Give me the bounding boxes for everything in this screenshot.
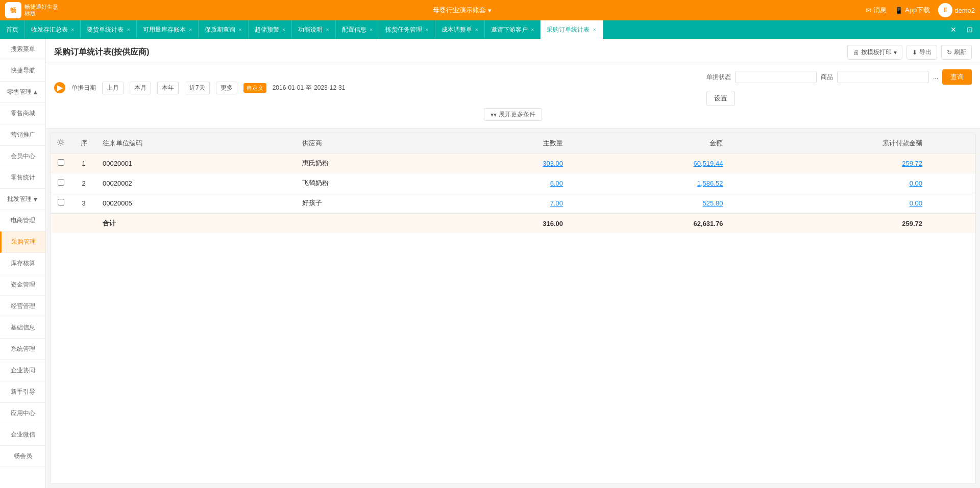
content-area: 采购订单统计表(按供应商) 🖨 按模板打印 ▾ ⬇ 导出 ↻ 刷新	[46, 39, 980, 488]
workspace-selector[interactable]: 母婴行业演示账套 ▾	[58, 6, 866, 15]
expand-row: ▾▾ 展开更多条件	[54, 106, 972, 123]
sidebar-item-vip[interactable]: 畅会员	[0, 446, 45, 467]
close-tab-yaoqing[interactable]: ×	[531, 27, 534, 33]
table-footer-row: 合计 316.00 62,631.76 259.72	[51, 213, 975, 233]
date-shortcut-more[interactable]: 更多	[216, 82, 237, 94]
date-shortcut-thismonth[interactable]: 本月	[130, 82, 151, 94]
page-header-actions: 🖨 按模板打印 ▾ ⬇ 导出 ↻ 刷新	[847, 45, 972, 60]
footer-extra	[928, 213, 975, 233]
sidebar-item-quicknav[interactable]: 快捷导航	[0, 60, 45, 82]
status-select[interactable]	[735, 71, 817, 83]
row3-qty[interactable]: 7.00	[445, 193, 569, 214]
date-label: 单据日期	[71, 84, 96, 92]
table-row: 3 00020005 好孩子 7.00 525.80 0.00	[51, 193, 975, 214]
app-download-btn[interactable]: 📱 App下载	[895, 6, 930, 15]
expand-conditions-btn[interactable]: ▾▾ 展开更多条件	[484, 108, 542, 121]
row1-supplier-code: 00020001	[96, 153, 296, 173]
logo-area: 畅 畅捷通好生意 标版	[5, 2, 58, 18]
tab-yaohuodangtj[interactable]: 要货单统计表 ×	[81, 20, 136, 39]
query-button[interactable]: 查询	[942, 69, 972, 85]
more-filter-btn[interactable]: ...	[933, 73, 938, 81]
close-tab-tuo[interactable]: ×	[425, 27, 428, 33]
page-header: 采购订单统计表(按供应商) 🖨 按模板打印 ▾ ⬇ 导出 ↻ 刷新	[46, 39, 980, 64]
sidebar-item-search[interactable]: 搜索菜单	[0, 39, 45, 60]
sidebar-item-wholesale[interactable]: 批发管理 ▼	[0, 189, 45, 210]
row1-checkbox[interactable]	[51, 153, 71, 173]
data-table: 序 往来单位编码 供应商 主数量 金额 累计付款金额 1	[51, 133, 975, 233]
tab-baojianqi[interactable]: 保质期查询 ×	[199, 20, 248, 39]
sidebar-item-newguide[interactable]: 新手引导	[0, 381, 45, 403]
user-menu[interactable]: E demo2	[938, 3, 975, 17]
footer-paid: 259.72	[729, 213, 928, 233]
sidebar-item-member[interactable]: 会员中心	[0, 146, 45, 167]
row2-paid[interactable]: 0.00	[729, 173, 928, 193]
user-avatar: E	[938, 3, 952, 17]
refresh-button[interactable]: ↻ 刷新	[941, 45, 972, 60]
tab-gongneng[interactable]: 功能说明 ×	[292, 20, 335, 39]
logo-text: 畅捷通好生意 标版	[24, 4, 58, 17]
row1-qty[interactable]: 303.00	[445, 153, 569, 173]
close-tab-gongneng[interactable]: ×	[326, 27, 329, 33]
tab-tuo[interactable]: 拣货任务管理 ×	[379, 20, 435, 39]
close-tab-baojianqi[interactable]: ×	[238, 27, 241, 33]
date-shortcut-7days[interactable]: 近7天	[185, 82, 210, 94]
filter-bar: ▶ 单据日期 上月 本月 本年 近7天 更多 自定义 2016-01-01 至 …	[46, 64, 980, 129]
export-button[interactable]: ⬇ 导出	[906, 45, 937, 60]
tab-caigou[interactable]: 采购订单统计表 ×	[541, 20, 602, 39]
row3-paid[interactable]: 0.00	[729, 193, 928, 214]
filter-toggle-btn[interactable]: ▶	[54, 82, 65, 93]
tab-keyongliang[interactable]: 可用量库存账本 ×	[137, 20, 199, 39]
row1-amount[interactable]: 60,519.44	[569, 153, 729, 173]
row2-amount[interactable]: 1,586.52	[569, 173, 729, 193]
filter-row-1: ▶ 单据日期 上月 本月 本年 近7天 更多 自定义 2016-01-01 至 …	[54, 69, 972, 106]
close-tab-caigou[interactable]: ×	[593, 27, 596, 33]
sidebar-item-finance[interactable]: 资金管理	[0, 274, 45, 296]
sidebar-item-basic[interactable]: 基础信息	[0, 317, 45, 339]
tab-shoufazh[interactable]: 收发存汇总表 ×	[25, 20, 81, 39]
nav-maximize-btn[interactable]: ⊡	[964, 24, 976, 35]
th-settings[interactable]	[51, 133, 71, 153]
date-shortcut-lastmonth[interactable]: 上月	[102, 82, 124, 94]
row3-checkbox[interactable]	[51, 193, 71, 214]
settings-button[interactable]: 设置	[706, 91, 735, 106]
th-supplier-code: 往来单位编码	[96, 133, 296, 153]
close-tab-chaochuyuj[interactable]: ×	[282, 27, 285, 33]
column-settings-icon[interactable]	[57, 138, 65, 146]
sidebar-item-retailstat[interactable]: 零售统计	[0, 167, 45, 189]
close-tab-shoufazh[interactable]: ×	[71, 27, 74, 33]
tab-home[interactable]: 首页	[0, 20, 25, 39]
goods-input[interactable]	[837, 71, 929, 83]
th-supplier-name: 供应商	[296, 133, 445, 153]
sidebar-item-ecommerce[interactable]: 电商管理	[0, 210, 45, 232]
close-tab-peizhi[interactable]: ×	[370, 27, 373, 33]
message-btn[interactable]: ✉ 消息	[866, 6, 887, 15]
row2-qty[interactable]: 6.00	[445, 173, 569, 193]
row3-supplier-code: 00020005	[96, 193, 296, 214]
close-tab-yaohuodangtj[interactable]: ×	[127, 27, 130, 33]
sidebar-item-retailshop[interactable]: 零售商城	[0, 103, 45, 124]
top-bar-right: ✉ 消息 📱 App下载 E demo2	[866, 3, 975, 17]
sidebar-item-enterprise[interactable]: 企业协同	[0, 360, 45, 381]
sidebar-item-purchase[interactable]: 采购管理	[0, 232, 45, 253]
print-button[interactable]: 🖨 按模板打印 ▾	[847, 45, 902, 60]
tab-peizhi[interactable]: 配置信息 ×	[336, 20, 379, 39]
footer-label: 合计	[96, 213, 445, 233]
sidebar-item-system[interactable]: 系统管理	[0, 339, 45, 360]
sidebar-item-corpwx[interactable]: 企业微信	[0, 424, 45, 446]
row2-checkbox[interactable]	[51, 173, 71, 193]
tab-chaochuyuj[interactable]: 超储预警 ×	[249, 20, 292, 39]
tab-yaoqing[interactable]: 邀请下游客户 ×	[485, 20, 541, 39]
sidebar-item-inventory[interactable]: 库存核算	[0, 253, 45, 274]
row1-paid[interactable]: 259.72	[729, 153, 928, 173]
sidebar-item-appcenter[interactable]: 应用中心	[0, 403, 45, 424]
date-shortcut-thisyear[interactable]: 本年	[157, 82, 179, 94]
sidebar-item-marketing[interactable]: 营销推广	[0, 124, 45, 146]
nav-close-btn[interactable]: ✕	[947, 24, 960, 35]
row3-amount[interactable]: 525.80	[569, 193, 729, 214]
close-tab-chengben[interactable]: ×	[475, 27, 478, 33]
sidebar-item-operations[interactable]: 经营管理	[0, 296, 45, 317]
tab-chengben[interactable]: 成本调整单 ×	[435, 20, 485, 39]
goods-label: 商品	[821, 73, 833, 82]
sidebar-item-retail[interactable]: 零售管理 ▲	[0, 82, 45, 103]
close-tab-keyongliang[interactable]: ×	[189, 27, 192, 33]
